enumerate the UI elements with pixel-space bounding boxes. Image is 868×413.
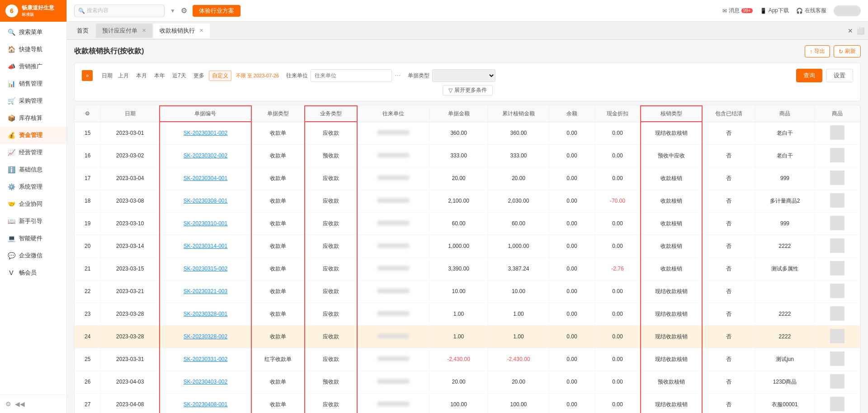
cell-vertype: 现结收款核销 xyxy=(641,325,702,348)
export-button[interactable]: ↑ 导出 xyxy=(805,45,830,57)
service-btn[interactable]: 🎧 在线客服 xyxy=(796,7,826,14)
topbar-dropdown-arrow[interactable]: ▼ xyxy=(170,8,175,14)
cell-amount: 1.00 xyxy=(429,303,488,325)
content-area: 收款核销执行(按收款) ↑ 导出 ↻ 刷新 » 日期 上月 xyxy=(67,40,868,413)
cell-billtype: 收款单 xyxy=(251,325,305,348)
cell-billtype: 收款单 xyxy=(251,393,305,413)
date-btn-more[interactable]: 更多 xyxy=(191,71,207,81)
date-btn-7days[interactable]: 近7天 xyxy=(170,71,189,81)
expand-more-button[interactable]: ▽ 展开更多条件 xyxy=(443,85,493,95)
cell-settled: 否 xyxy=(702,325,755,348)
filter-action-btns: 查询 设置 xyxy=(796,69,853,82)
cell-biztype: 应收款 xyxy=(305,257,357,280)
sidebar-item-inventory[interactable]: 📦库存核算 xyxy=(0,109,66,127)
cell-billno[interactable]: SK-20230308-001 xyxy=(160,190,251,212)
maximize-icon[interactable]: ⬜ xyxy=(857,27,864,34)
cell-vertype: 现结收款核销 xyxy=(641,348,702,370)
message-btn[interactable]: ✉ 消息 99+ xyxy=(722,7,753,14)
cell-billno[interactable]: SK-20230315-002 xyxy=(160,257,251,280)
sidebar-item-quicknav[interactable]: 🏠快捷导航 xyxy=(0,41,66,58)
date-btn-lastmonth[interactable]: 上月 xyxy=(115,71,132,81)
sidebar-item-purchase[interactable]: 🛒采购管理 xyxy=(0,92,66,109)
sidebar-item-guide[interactable]: 📖新手引导 xyxy=(0,213,66,230)
topbar-gear-icon[interactable]: ⚙ xyxy=(181,6,187,15)
sidebar-item-search[interactable]: 🔍搜索菜单 xyxy=(0,24,66,41)
cell-billno[interactable]: SK-20230328-001 xyxy=(160,303,251,325)
filter-expand-btn[interactable]: » xyxy=(82,70,93,81)
tab-verify[interactable]: 收款核销执行 ✕ xyxy=(153,24,210,38)
tab-prepay-close[interactable]: ✕ xyxy=(142,28,146,33)
cell-vertype: 收款核销 xyxy=(641,167,702,190)
cell-billno[interactable]: SK-20230331-002 xyxy=(160,348,251,370)
settings-button[interactable]: 设置 xyxy=(826,69,853,82)
cell-partner xyxy=(357,144,429,167)
col-header-billno: 单据编号 xyxy=(160,106,251,122)
date-btn-custom[interactable]: 自定义 xyxy=(209,71,231,81)
cell-amount: 100.00 xyxy=(429,393,488,413)
sidebar-item-hardware[interactable]: 💻智能硬件 xyxy=(0,230,66,247)
cell-billno[interactable]: SK-20230321-003 xyxy=(160,280,251,303)
nav-label-guide: 新手引导 xyxy=(19,217,42,225)
topbar: 🔍 搜索内容 ▼ ⚙ 体验行业方案 ✉ 消息 99+ 📱 App下载 🎧 在线客… xyxy=(67,0,868,22)
cell-vertype: 预收款核销 xyxy=(641,370,702,393)
cell-no: 27 xyxy=(75,393,101,413)
filter-partner-dots[interactable]: ··· xyxy=(395,71,401,80)
cell-billno[interactable]: SK-20230310-001 xyxy=(160,212,251,235)
app-download-btn[interactable]: 📱 App下载 xyxy=(760,7,789,14)
cell-billno[interactable]: SK-20230328-002 xyxy=(160,325,251,348)
nav-label-hardware: 智能硬件 xyxy=(19,234,42,242)
cell-partner xyxy=(357,348,429,370)
settings-bottom-icon[interactable]: ⚙ xyxy=(5,400,11,408)
cell-cumamt: -2,430.00 xyxy=(488,348,549,370)
cell-billtype: 收款单 xyxy=(251,144,305,167)
query-button[interactable]: 查询 xyxy=(796,69,822,82)
cell-billno[interactable]: SK-20230314-001 xyxy=(160,235,251,257)
tab-prepay[interactable]: 预计应应付单 ✕ xyxy=(96,24,152,38)
col-header-settings[interactable]: ⚙ xyxy=(75,106,101,122)
filter-billtype-select[interactable] xyxy=(432,69,495,82)
filter-date-label: 日期 xyxy=(102,72,113,80)
sidebar-item-basic[interactable]: ℹ️基础信息 xyxy=(0,161,66,178)
close-window-icon[interactable]: ✕ xyxy=(848,27,853,34)
sidebar-item-finance[interactable]: 💰资金管理 xyxy=(0,127,66,144)
cell-billno[interactable]: SK-20230403-002 xyxy=(160,370,251,393)
sidebar-item-marketing[interactable]: 📣营销推广 xyxy=(0,58,66,75)
cell-vertype: 现结收款核销 xyxy=(641,303,702,325)
sidebar-item-enterprise[interactable]: 🤝企业协同 xyxy=(0,195,66,213)
cell-settled: 否 xyxy=(702,370,755,393)
expand-more-icon: ▽ xyxy=(448,87,453,94)
cell-billno[interactable]: SK-20230302-002 xyxy=(160,144,251,167)
sidebar-item-wechat[interactable]: 💬企业微信 xyxy=(0,247,66,264)
solution-button[interactable]: 体验行业方案 xyxy=(193,5,241,17)
cell-partner xyxy=(357,393,429,413)
sidebar-item-sales[interactable]: 📊销售管理 xyxy=(0,75,66,92)
cell-amount: 20.00 xyxy=(429,167,488,190)
collapse-icon[interactable]: ◀◀ xyxy=(15,400,25,408)
col-settings-icon[interactable]: ⚙ xyxy=(85,110,90,117)
table-scroll[interactable]: ⚙ 日期 单据编号 单据类型 业务类型 往来单位 单据金额 累计核销金额 余额 … xyxy=(75,105,860,413)
tab-verify-label: 收款核销执行 xyxy=(160,27,195,35)
nav-icon-system: ⚙️ xyxy=(7,183,15,191)
filter-partner-input[interactable] xyxy=(311,69,392,82)
sidebar-item-member[interactable]: V畅会员 xyxy=(0,264,66,281)
cell-billno[interactable]: SK-20230408-001 xyxy=(160,393,251,413)
cell-billtype: 收款单 xyxy=(251,303,305,325)
tab-verify-close[interactable]: ✕ xyxy=(199,28,203,33)
sidebar-item-operations[interactable]: 📈经营管理 xyxy=(0,144,66,161)
date-btn-thisyear[interactable]: 本年 xyxy=(151,71,168,81)
cell-billno[interactable]: SK-20230304-001 xyxy=(160,167,251,190)
table-row: 27 2023-04-08 SK-20230408-001 收款单 应收款 10… xyxy=(75,393,860,413)
tab-home[interactable]: 首页 xyxy=(71,24,95,38)
cell-date: 2023-03-15 xyxy=(101,257,160,280)
cell-discount: 0.00 xyxy=(595,122,641,144)
nav-label-inventory: 库存核算 xyxy=(19,114,42,122)
cell-billno[interactable]: SK-20230301-002 xyxy=(160,122,251,144)
user-avatar[interactable] xyxy=(834,5,861,16)
table-row: 15 2023-03-01 SK-20230301-002 收款单 应收款 36… xyxy=(75,122,860,144)
cell-settled: 否 xyxy=(702,190,755,212)
topbar-search[interactable]: 🔍 搜索内容 xyxy=(74,5,165,17)
cell-settled: 否 xyxy=(702,235,755,257)
refresh-button[interactable]: ↻ 刷新 xyxy=(834,45,861,57)
date-btn-thismonth[interactable]: 本月 xyxy=(133,71,150,81)
sidebar-item-system[interactable]: ⚙️系统管理 xyxy=(0,178,66,195)
